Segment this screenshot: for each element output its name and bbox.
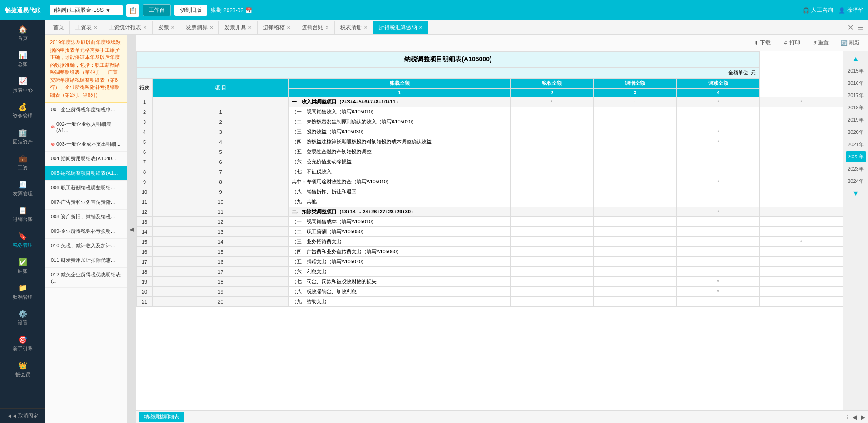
table-cell-c2[interactable]: [594, 267, 677, 277]
form-list-item-009[interactable]: 009-企业所得税弥补亏损明...: [45, 224, 127, 239]
tab-tax-list[interactable]: 税表清册 ✕: [335, 21, 373, 34]
year-2023[interactable]: 2023年: [846, 163, 866, 175]
sidebar-item-close[interactable]: ✅ 结账: [0, 253, 45, 279]
table-cell-c3[interactable]: [677, 187, 760, 197]
table-cell-c1[interactable]: [511, 277, 594, 287]
refresh-button[interactable]: 🔄 刷新: [837, 38, 863, 48]
table-cell-c1[interactable]: [511, 177, 594, 187]
table-cell-c1[interactable]: *: [511, 97, 594, 107]
table-cell-c3[interactable]: [677, 267, 760, 277]
table-cell-c1[interactable]: [511, 247, 594, 257]
tab-invoice-open[interactable]: 发票开具 ✕: [219, 21, 258, 34]
table-cell-c3[interactable]: [677, 117, 760, 127]
menu-icon[interactable]: ☰: [857, 23, 863, 32]
table-cell-c1[interactable]: [511, 207, 594, 217]
table-cell-c3[interactable]: *: [677, 127, 760, 137]
tab-inout-check[interactable]: 进销稽核 ✕: [258, 21, 296, 34]
table-cell-c3[interactable]: *: [677, 97, 760, 107]
close-icon[interactable]: ✕: [94, 25, 97, 30]
table-cell-c3[interactable]: [677, 197, 760, 207]
table-cell-c4[interactable]: *: [760, 97, 843, 107]
close-icon[interactable]: ✕: [364, 25, 367, 30]
table-cell-c2[interactable]: [594, 237, 677, 247]
tab-home[interactable]: 首页: [48, 21, 70, 34]
table-cell-c1[interactable]: [511, 127, 594, 137]
table-cell-c1[interactable]: [511, 197, 594, 207]
table-cell-c2[interactable]: [594, 137, 677, 147]
calendar-icon[interactable]: 📅: [245, 7, 252, 14]
sidebar-item-settings[interactable]: ⚙️ 设置: [0, 305, 45, 331]
sidebar-item-archive[interactable]: 📁 归档管理: [0, 279, 45, 305]
table-cell-c1[interactable]: [511, 167, 594, 177]
reset-button[interactable]: ↺ 重置: [808, 38, 833, 48]
year-2015[interactable]: 2015年: [846, 65, 866, 77]
table-cell-c3[interactable]: [677, 167, 760, 177]
table-cell-c1[interactable]: [511, 227, 594, 237]
worktable-button[interactable]: 工作台: [143, 4, 171, 16]
print-button[interactable]: 🖨 打印: [779, 38, 804, 48]
table-cell-c3[interactable]: [677, 227, 760, 237]
table-cell-c1[interactable]: [511, 217, 594, 227]
close-icon[interactable]: ✕: [248, 25, 252, 30]
form-list-item-001[interactable]: 001-企业所得税年度纳税申...: [45, 103, 127, 117]
sidebar-item-finance[interactable]: 💰 资金管理: [0, 98, 45, 124]
table-cell-c3[interactable]: [677, 237, 760, 247]
tab-invoice-calc[interactable]: 发票测算 ✕: [180, 21, 219, 34]
form-list-item-002[interactable]: ⊗ 002-一般企业收入明细表(A1...: [45, 117, 127, 137]
table-cell-c1[interactable]: [511, 157, 594, 167]
table-cell-c2[interactable]: [594, 157, 677, 167]
year-2020[interactable]: 2020年: [846, 127, 866, 138]
table-cell-c1[interactable]: [511, 107, 594, 117]
table-cell-c1[interactable]: [511, 117, 594, 127]
spreadsheet-area[interactable]: 纳税调整项目明细表(A105000) 金额单位: 元 行次 项 目 账载全额 税…: [136, 51, 843, 410]
form-list-item-003[interactable]: ⊗ 003-一般企业成本支出明细...: [45, 137, 127, 152]
year-2017[interactable]: 2017年: [846, 90, 866, 101]
sidebar-item-inout[interactable]: 📋 进销台账: [0, 202, 45, 227]
table-cell-c4[interactable]: [760, 167, 843, 177]
tab-payroll-stats[interactable]: 工资统计报表 ✕: [103, 21, 153, 34]
tab-invoice[interactable]: 发票 ✕: [153, 21, 180, 34]
sidebar-item-invoice[interactable]: 🧾 发票管理: [0, 176, 45, 202]
table-cell-c3[interactable]: [677, 297, 760, 307]
user-menu[interactable]: 👤 徐泽华: [838, 6, 863, 14]
form-list-item-006[interactable]: 006-职工薪酬纳税调整明细...: [45, 181, 127, 195]
table-cell-c4[interactable]: [760, 147, 843, 157]
table-cell-c2[interactable]: [594, 287, 677, 297]
table-cell-c4[interactable]: [760, 267, 843, 277]
tab-payroll[interactable]: 工资表 ✕: [70, 21, 103, 34]
table-cell-c3[interactable]: *: [677, 177, 760, 187]
table-cell-c2[interactable]: [594, 147, 677, 157]
form-list-item-012[interactable]: 012-减免企业所得税优惠明细表(...: [45, 268, 127, 288]
sheet-tab-main[interactable]: 纳税调整明细表: [139, 412, 184, 422]
table-cell-c4[interactable]: [760, 287, 843, 297]
table-cell-c3[interactable]: [677, 247, 760, 257]
table-cell-c2[interactable]: [594, 247, 677, 257]
year-2022[interactable]: 2022年: [846, 151, 866, 162]
table-cell-c4[interactable]: [760, 277, 843, 287]
sidebar-item-reports[interactable]: 📈 报表中心: [0, 72, 45, 98]
consult-button[interactable]: 🎧 人工咨询: [803, 6, 833, 14]
table-cell-c3[interactable]: *: [677, 137, 760, 147]
sidebar-item-guide[interactable]: 🎯 新手引导: [0, 331, 45, 357]
table-cell-c2[interactable]: [594, 197, 677, 207]
table-cell-c2[interactable]: [594, 227, 677, 237]
table-cell-c4[interactable]: [760, 107, 843, 117]
table-cell-c3[interactable]: [677, 107, 760, 117]
download-button[interactable]: ⬇ 下载: [750, 38, 774, 48]
table-cell-c3[interactable]: [677, 157, 760, 167]
table-cell-c2[interactable]: *: [594, 97, 677, 107]
sidebar-item-member[interactable]: 👑 畅会员: [0, 357, 45, 383]
table-cell-c4[interactable]: [760, 177, 843, 187]
collapse-panel-button[interactable]: ◀: [127, 35, 136, 423]
close-icon[interactable]: ✕: [143, 25, 147, 30]
table-cell-c1[interactable]: [511, 257, 594, 267]
table-cell-c4[interactable]: [760, 227, 843, 237]
unpin-button[interactable]: ◄◄ 取消固定: [0, 409, 45, 423]
table-cell-c2[interactable]: [594, 117, 677, 127]
table-cell-c2[interactable]: [594, 187, 677, 197]
table-cell-c4[interactable]: [760, 297, 843, 307]
table-cell-c2[interactable]: [594, 297, 677, 307]
close-icon[interactable]: ✕: [419, 25, 422, 30]
table-cell-c4[interactable]: [760, 207, 843, 217]
sidebar-item-ledger[interactable]: 📊 总账: [0, 46, 45, 72]
